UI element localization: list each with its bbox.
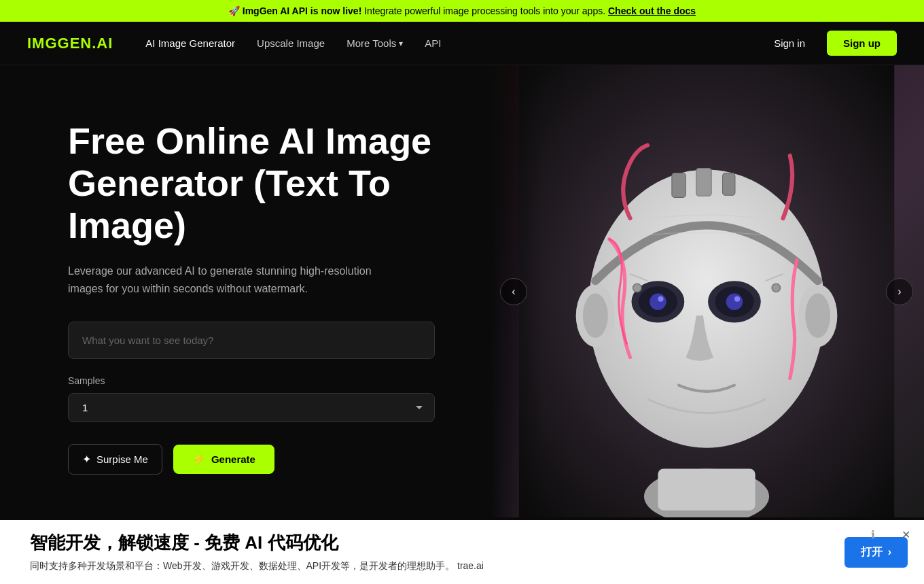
hero-left: Free Online AI Image Generator (Text To … [0, 65, 489, 517]
logo-suffix: .AI [92, 35, 113, 52]
announcement-description: Integrate powerful image processing tool… [364, 5, 605, 16]
signup-button[interactable]: Sign up [827, 31, 897, 56]
chevron-down-icon: ▾ [399, 39, 403, 48]
hero-subtitle: Leverage our advanced AI to generate stu… [68, 262, 394, 297]
announcement-rocket: 🚀 [228, 5, 240, 16]
action-buttons: ✦ Surpise Me ⚡ Generate [68, 444, 448, 475]
svg-rect-16 [672, 173, 686, 198]
surprise-me-button[interactable]: ✦ Surpise Me [68, 444, 162, 475]
svg-point-11 [658, 296, 663, 302]
svg-point-20 [772, 284, 780, 292]
generate-icon: ⚡ [192, 453, 206, 466]
nav-link-ai-image-generator[interactable]: AI Image Generator [145, 37, 235, 49]
hero-image-background [489, 65, 924, 517]
announcement-bold: ImgGen AI API is now live! [243, 5, 362, 16]
navbar: IMGGEN.AI AI Image Generator Upscale Ima… [0, 22, 924, 65]
chevron-left-icon: ‹ [512, 286, 515, 298]
announcement-link[interactable]: Check out the docs [608, 5, 696, 16]
signin-button[interactable]: Sign in [763, 32, 816, 54]
nav-link-upscale-image[interactable]: Upscale Image [257, 37, 325, 49]
svg-point-10 [650, 294, 667, 311]
hero-section: Free Online AI Image Generator (Text To … [0, 65, 924, 517]
svg-rect-2 [658, 468, 755, 510]
announcement-banner: 🚀 ImgGen AI API is now live! Integrate p… [0, 0, 924, 22]
svg-point-14 [726, 294, 743, 311]
svg-rect-18 [723, 173, 735, 196]
generate-button[interactable]: ⚡ Generate [173, 445, 274, 474]
nav-more-tools-dropdown[interactable]: More Tools ▾ [346, 37, 403, 49]
hero-title: Free Online AI Image Generator (Text To … [68, 120, 448, 246]
samples-select[interactable]: 1 2 3 4 [68, 393, 435, 422]
carousel-next-button[interactable]: › [886, 278, 913, 305]
hero-right: ‹ › [489, 65, 924, 517]
carousel-prev-button[interactable]: ‹ [500, 278, 527, 305]
navbar-right: Sign in Sign up [763, 31, 897, 56]
nav-link-api[interactable]: API [425, 37, 441, 49]
chevron-right-icon: › [898, 286, 901, 298]
prompt-input[interactable] [68, 322, 435, 359]
svg-point-5 [583, 294, 608, 338]
surprise-label: Surpise Me [96, 453, 148, 465]
more-tools-label: More Tools [346, 37, 396, 49]
generate-label: Generate [211, 453, 255, 465]
logo-text: IMGGEN [27, 35, 92, 52]
svg-rect-17 [696, 168, 712, 196]
samples-label: Samples [68, 375, 448, 386]
robot-illustration [489, 65, 924, 517]
svg-point-15 [734, 296, 740, 302]
svg-point-19 [633, 284, 641, 292]
sparkle-icon: ✦ [82, 453, 91, 466]
logo[interactable]: IMGGEN.AI [27, 35, 113, 52]
nav-links: AI Image Generator Upscale Image More To… [145, 37, 441, 49]
navbar-left: IMGGEN.AI AI Image Generator Upscale Ima… [27, 35, 441, 52]
svg-point-7 [805, 294, 830, 338]
